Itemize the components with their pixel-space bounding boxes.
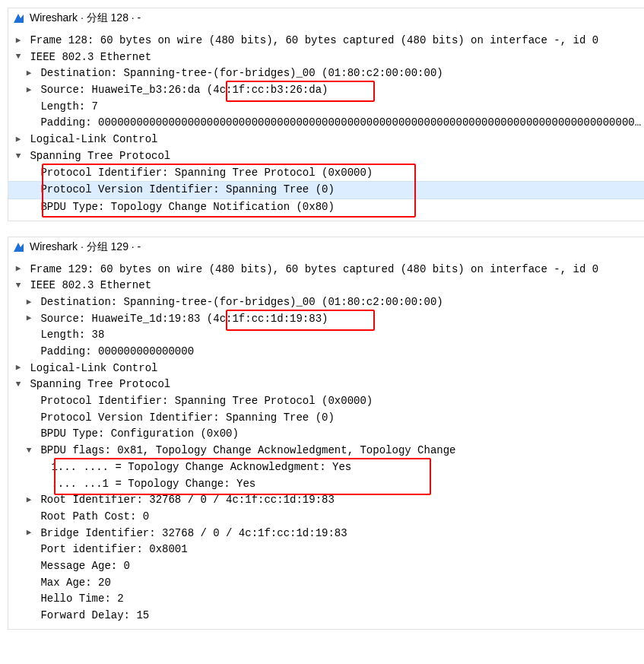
expand-toggle-icon[interactable]: ▶ — [24, 67, 34, 80]
toggle-spacer — [24, 183, 34, 196]
tree-row-text: Logical-Link Control — [24, 362, 157, 374]
tree-row[interactable]: ▶ Bridge Identifier: 32768 / 0 / 4c:1f:c… — [8, 526, 644, 542]
tree-row[interactable]: Root Path Cost: 0 — [8, 509, 644, 526]
tree-row[interactable]: ▶ Source: HuaweiTe_1d:19:83 (4c:1f:cc:1d… — [8, 311, 644, 328]
toggle-spacer — [34, 477, 45, 490]
toggle-spacer — [24, 593, 34, 605]
tree-row[interactable]: ▼ Spanning Tree Protocol — [8, 376, 644, 393]
tree-row[interactable]: ▶ Frame 128: 60 bytes on wire (480 bits)… — [8, 33, 644, 49]
tree-row-text: Port identifier: 0x8001 — [34, 543, 188, 555]
tree-row[interactable]: Protocol Identifier: Spanning Tree Proto… — [8, 393, 644, 410]
toggle-spacer — [24, 100, 34, 113]
wireshark-packet-window: Wireshark · 分组 129 · -▶ Frame 129: 60 by… — [8, 237, 644, 630]
tree-row[interactable]: BPDU Type: Topology Change Notification … — [8, 199, 644, 216]
expand-toggle-icon[interactable]: ▶ — [13, 34, 24, 47]
tree-row[interactable]: ▶ Logical-Link Control — [8, 132, 644, 148]
tree-row[interactable]: 1... .... = Topology Change Acknowledgme… — [8, 459, 644, 476]
tree-row-text: Source: HuaweiTe_b3:26:da (4c:1f:cc:b3:2… — [34, 84, 328, 96]
wireshark-packet-window: Wireshark · 分组 128 · -▶ Frame 128: 60 by… — [8, 8, 644, 221]
collapse-toggle-icon[interactable]: ▼ — [24, 444, 34, 457]
tree-row[interactable]: Protocol Identifier: Spanning Tree Proto… — [8, 165, 644, 182]
tree-row[interactable]: Max Age: 20 — [8, 575, 644, 592]
tree-row-text: Bridge Identifier: 32768 / 0 / 4c:1f:cc:… — [34, 527, 347, 539]
tree-row-text: IEEE 802.3 Ethernet — [24, 279, 151, 291]
tree-row-text: Protocol Identifier: Spanning Tree Proto… — [34, 167, 373, 179]
tree-row[interactable]: Forward Delay: 15 — [8, 608, 644, 624]
packet-details-tree[interactable]: ▶ Frame 129: 60 bytes on wire (480 bits)… — [8, 257, 644, 629]
tree-row-text: .... ...1 = Topology Change: Yes — [45, 478, 255, 490]
expand-toggle-icon[interactable]: ▶ — [24, 296, 34, 309]
toggle-spacer — [24, 560, 34, 573]
packet-details-tree[interactable]: ▶ Frame 128: 60 bytes on wire (480 bits)… — [8, 28, 644, 221]
tree-row-text: Forward Delay: 15 — [34, 609, 149, 621]
tree-row-text: Hello Time: 2 — [34, 593, 124, 605]
shark-fin-icon — [13, 12, 25, 24]
tree-row-text: Root Path Cost: 0 — [34, 510, 149, 523]
tree-row[interactable]: ▼ BPDU flags: 0x81, Topology Change Ackn… — [8, 443, 644, 459]
tree-row[interactable]: Length: 38 — [8, 327, 644, 344]
tree-row[interactable]: ▼ IEEE 802.3 Ethernet — [8, 49, 644, 66]
tree-row[interactable]: Protocol Version Identifier: Spanning Tr… — [8, 181, 644, 199]
tree-row[interactable]: Padding: 000000000000000 — [8, 344, 644, 361]
tree-row[interactable]: ▶ Destination: Spanning-tree-(for-bridge… — [8, 294, 644, 311]
toggle-spacer — [34, 461, 45, 474]
titlebar: Wireshark · 分组 129 · - — [8, 237, 644, 257]
tree-row[interactable]: .... ...1 = Topology Change: Yes — [8, 476, 644, 493]
tree-row-text: Message Age: 0 — [34, 560, 130, 572]
tree-row-text: Root Identifier: 32768 / 0 / 4c:1f:cc:1d… — [34, 494, 335, 506]
tree-row-text: Source: HuaweiTe_1d:19:83 (4c:1f:cc:1d:1… — [34, 313, 328, 325]
tree-row-text: Frame 128: 60 bytes on wire (480 bits), … — [24, 34, 598, 46]
tree-row[interactable]: Hello Time: 2 — [8, 591, 644, 608]
tree-row[interactable]: ▶ Destination: Spanning-tree-(for-bridge… — [8, 65, 644, 82]
expand-toggle-icon[interactable]: ▶ — [24, 494, 34, 507]
tree-row[interactable]: Port identifier: 0x8001 — [8, 542, 644, 558]
tree-row-text: Padding: 000000000000000 — [34, 345, 194, 357]
tree-row[interactable]: ▶ Source: HuaweiTe_b3:26:da (4c:1f:cc:b3… — [8, 82, 644, 99]
tree-row[interactable]: ▶ Logical-Link Control — [8, 361, 644, 377]
tree-row-text: Spanning Tree Protocol — [24, 150, 170, 162]
collapse-toggle-icon[interactable]: ▼ — [13, 150, 24, 163]
tree-row[interactable]: Message Age: 0 — [8, 558, 644, 575]
toggle-spacer — [24, 395, 34, 408]
toggle-spacer — [24, 609, 34, 622]
expand-toggle-icon[interactable]: ▶ — [13, 361, 24, 374]
shark-fin-icon — [13, 241, 25, 253]
tree-row-text: BPDU Type: Topology Change Notification … — [34, 201, 335, 213]
tree-row-text: Frame 129: 60 bytes on wire (480 bits), … — [24, 263, 598, 275]
collapse-toggle-icon[interactable]: ▼ — [13, 378, 24, 391]
tree-row[interactable]: Protocol Version Identifier: Spanning Tr… — [8, 410, 644, 427]
tree-row[interactable]: BPDU Type: Configuration (0x00) — [8, 426, 644, 443]
collapse-toggle-icon[interactable]: ▼ — [13, 279, 24, 292]
tree-row[interactable]: Padding: 0000000000000000000000000000000… — [8, 115, 644, 132]
tree-row-text: Protocol Identifier: Spanning Tree Proto… — [34, 395, 373, 407]
tree-row[interactable]: ▶ Root Identifier: 32768 / 0 / 4c:1f:cc:… — [8, 492, 644, 509]
tree-row[interactable]: Length: 7 — [8, 99, 644, 116]
collapse-toggle-icon[interactable]: ▼ — [13, 50, 24, 63]
expand-toggle-icon[interactable]: ▶ — [24, 84, 34, 97]
window-title: Wireshark · 分组 128 · - — [30, 11, 141, 25]
tree-row-text: 1... .... = Topology Change Acknowledgme… — [45, 461, 351, 473]
toggle-spacer — [24, 510, 34, 523]
toggle-spacer — [24, 427, 34, 440]
tree-row-text: Destination: Spanning-tree-(for-bridges)… — [34, 67, 443, 79]
tree-row-text: Max Age: 20 — [34, 577, 111, 589]
tree-row-text: Protocol Version Identifier: Spanning Tr… — [34, 411, 335, 424]
toggle-spacer — [24, 543, 34, 556]
expand-toggle-icon[interactable]: ▶ — [24, 312, 34, 325]
tree-row-text: Padding: 0000000000000000000000000000000… — [34, 116, 641, 129]
tree-row-text: Length: 38 — [34, 329, 104, 341]
expand-toggle-icon[interactable]: ▶ — [13, 262, 24, 275]
expand-toggle-icon[interactable]: ▶ — [13, 133, 24, 146]
window-title: Wireshark · 分组 129 · - — [30, 240, 141, 254]
tree-row-text: Spanning Tree Protocol — [24, 378, 170, 390]
toggle-spacer — [24, 166, 34, 179]
tree-row-text: Protocol Version Identifier: Spanning Tr… — [34, 183, 335, 195]
tree-row-text: Logical-Link Control — [24, 133, 157, 145]
expand-toggle-icon[interactable]: ▶ — [24, 526, 34, 539]
tree-row-text: BPDU flags: 0x81, Topology Change Acknow… — [34, 444, 456, 456]
titlebar: Wireshark · 分组 128 · - — [8, 8, 644, 28]
tree-row[interactable]: ▶ Frame 129: 60 bytes on wire (480 bits)… — [8, 262, 644, 278]
tree-row[interactable]: ▼ IEEE 802.3 Ethernet — [8, 278, 644, 294]
tree-row[interactable]: ▼ Spanning Tree Protocol — [8, 148, 644, 165]
tree-row-text: IEEE 802.3 Ethernet — [24, 51, 151, 63]
